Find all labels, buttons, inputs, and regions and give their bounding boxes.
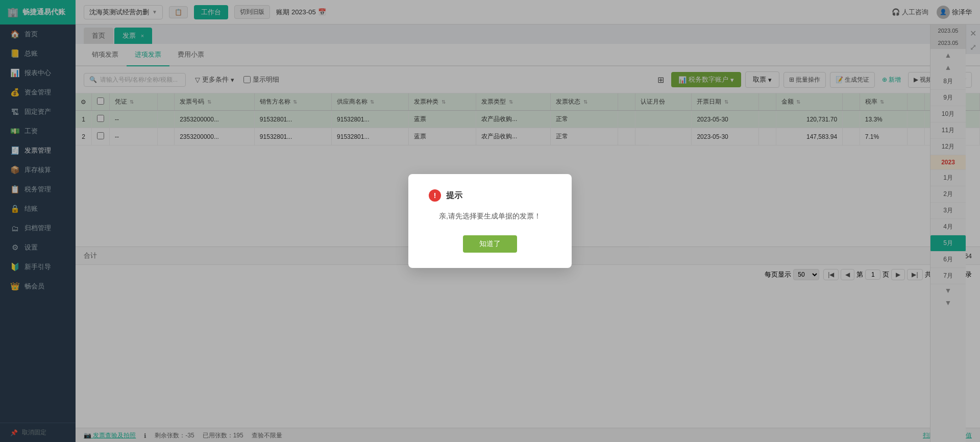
modal-overlay[interactable]: ! 提示 亲,请先选择要生成单据的发票！ 知道了 xyxy=(0,0,980,442)
warning-icon: ! xyxy=(429,189,441,202)
modal-confirm-button[interactable]: 知道了 xyxy=(463,235,517,253)
prompt-modal: ! 提示 亲,请先选择要生成单据的发票！ 知道了 xyxy=(408,174,572,268)
modal-message: 亲,请先选择要生成单据的发票！ xyxy=(429,212,551,221)
modal-header: ! 提示 xyxy=(429,189,551,202)
modal-title: 提示 xyxy=(446,190,462,201)
